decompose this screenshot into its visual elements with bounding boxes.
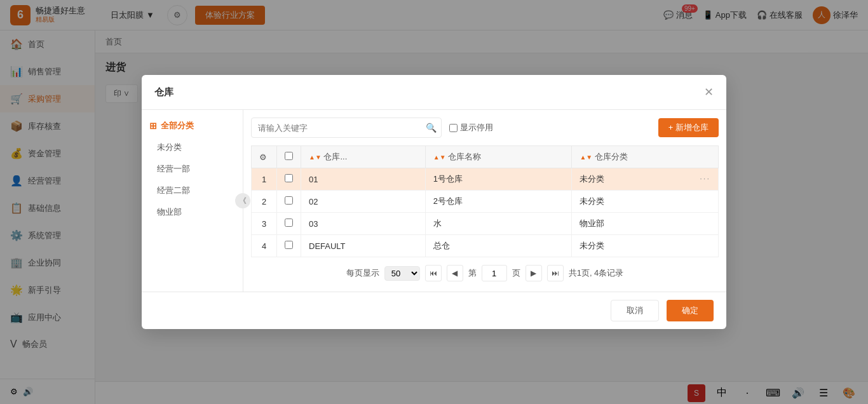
warehouse-modal: 仓库 ✕ ⊞ 全部分类 未分类 经营一部 经营二部 [142,75,726,329]
modal-title: 仓库 [154,86,173,98]
row-num-4: 4 [252,235,277,257]
last-page-btn[interactable]: ⏭ [547,265,564,281]
th-gear: ⚙ [252,146,277,168]
th-name: ▲▼ 仓库名称 [425,146,572,168]
modal-body: ⊞ 全部分类 未分类 经营一部 经营二部 物业部 《 [142,110,726,292]
collapse-sidebar-button[interactable]: 《 [235,193,250,208]
show-disabled-checkbox[interactable] [449,124,458,132]
row-cb-2[interactable] [277,191,301,213]
row-name-1: 1号仓库 [425,168,572,191]
row-actions-1[interactable]: ··· [700,173,710,183]
th-category: ▲▼ 仓库分类 [572,146,719,168]
row-num-2: 2 [252,191,277,213]
add-warehouse-button[interactable]: + 新增仓库 [658,118,719,137]
category-item-ops2[interactable]: 经营二部 [142,180,243,201]
th-code: ▲▼ 仓库... [301,146,426,168]
row-num-1: 1 [252,168,277,191]
sort-icon-code: ▲▼ [309,154,322,161]
page-size-select[interactable]: 50 10 20 100 [384,266,420,281]
next-page-btn[interactable]: ▶ [526,265,542,281]
header-row: ⚙ ▲▼ 仓库... ▲▼ 仓库名称 [252,146,719,168]
row-category-4: 未分类 [572,235,719,257]
th-checkbox [277,146,301,168]
cancel-button[interactable]: 取消 [611,300,659,321]
table-row[interactable]: 2 02 2号仓库 未分类 [252,191,719,213]
page-size-label: 每页显示 [346,267,379,279]
category-item-property[interactable]: 物业部 [142,201,243,223]
category-item-ops1[interactable]: 经营一部 [142,158,243,180]
search-input[interactable] [251,118,442,138]
page-unit: 页 [512,267,520,279]
row-name-4: 总仓 [425,235,572,257]
all-categories-label: 全部分类 [161,120,194,131]
row-category-1: 未分类 ··· [572,168,719,191]
row-code-3: 03 [301,213,426,235]
all-categories[interactable]: ⊞ 全部分类 [142,115,243,137]
page-label: 第 [468,267,477,279]
table-header: ⚙ ▲▼ 仓库... ▲▼ 仓库名称 [252,146,719,168]
row-code-1: 01 [301,168,426,191]
modal-header: 仓库 ✕ [142,75,726,110]
row-category-2: 未分类 [572,191,719,213]
row-name-3: 水 [425,213,572,235]
category-item-uncategorized[interactable]: 未分类 [142,137,243,158]
row-code-2: 02 [301,191,426,213]
row-name-2: 2号仓库 [425,191,572,213]
grid-icon: ⊞ [149,121,157,131]
show-disabled-label: 显示停用 [449,122,493,133]
modal-close-button[interactable]: ✕ [704,85,714,99]
prev-page-btn[interactable]: ◀ [447,265,463,281]
first-page-btn[interactable]: ⏮ [425,265,442,281]
table-area: 🔍 显示停用 + 新增仓库 ⚙ [243,110,726,292]
row-code-4: DEFAULT [301,235,426,257]
total-info: 共1页, 4条记录 [569,267,624,279]
confirm-button[interactable]: 确定 [667,300,714,321]
row-cb-4[interactable] [277,235,301,257]
search-input-wrap: 🔍 [251,118,442,138]
modal-overlay: 仓库 ✕ ⊞ 全部分类 未分类 经营一部 经营二部 [0,0,868,404]
page-input[interactable] [482,265,507,281]
table-row[interactable]: 4 DEFAULT 总仓 未分类 [252,235,719,257]
table-body: 1 01 1号仓库 未分类 ··· 2 02 [252,168,719,257]
row-num-3: 3 [252,213,277,235]
row-cb-1[interactable] [277,168,301,191]
select-all-checkbox[interactable] [285,152,293,160]
row-category-3: 物业部 [572,213,719,235]
table-row[interactable]: 1 01 1号仓库 未分类 ··· [252,168,719,191]
row-cb-3[interactable] [277,213,301,235]
search-icon[interactable]: 🔍 [426,123,437,133]
category-sidebar: ⊞ 全部分类 未分类 经营一部 经营二部 物业部 《 [142,110,243,292]
table-row[interactable]: 3 03 水 物业部 [252,213,719,235]
sort-icon-category: ▲▼ [580,154,592,161]
table-toolbar: 🔍 显示停用 + 新增仓库 [251,118,719,138]
modal-footer: 取消 确定 [142,292,726,329]
warehouse-table: ⚙ ▲▼ 仓库... ▲▼ 仓库名称 [251,145,719,257]
sort-icon-name: ▲▼ [433,154,446,161]
pagination-bar: 每页显示 50 10 20 100 ⏮ ◀ 第 页 ▶ ⏭ 共1页, 4条记录 [251,257,719,284]
